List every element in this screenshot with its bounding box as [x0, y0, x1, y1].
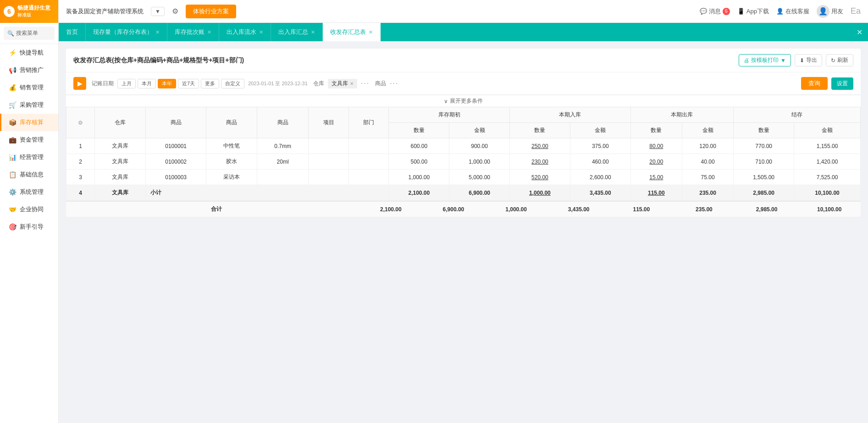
warehouse-filter-group: 仓库 文具库 ✕ ··· — [313, 79, 370, 88]
topbar: 装备及固定资产辅助管理系统 ▼ ⚙ 体验行业方案 💬 消息 6 📱 App下载 … — [59, 0, 868, 23]
cell-init-qty: 500.00 — [389, 154, 449, 170]
sidebar-item-sales[interactable]: 💰 销售管理 — [0, 79, 58, 96]
tab-batch[interactable]: 库存批次账 ✕ — [167, 23, 219, 41]
cell-bal-amt: 1,155.00 — [794, 138, 861, 154]
th-code: 商品 — [146, 107, 206, 138]
warehouse-tag-close[interactable]: ✕ — [350, 81, 354, 86]
date-btn-more[interactable]: 更多 — [201, 79, 219, 88]
system-icon: ⚙️ — [9, 188, 16, 196]
sidebar-item-inventory-label: 库存核算 — [20, 118, 44, 126]
data-table-wrapper: ⚙ 仓库 商品 商品 商品 项目 部门 库存期初 本期入库 本期出库 结存 — [66, 107, 861, 201]
cell-project — [309, 138, 349, 154]
cell-in-amt: 460.00 — [570, 154, 630, 170]
tabs-close-all[interactable]: ✕ — [851, 23, 868, 41]
sidebar-item-enterprise[interactable]: 🤝 企业协同 — [0, 201, 58, 218]
cell-bal-qty: 710.00 — [734, 154, 794, 170]
tab-inventory-dist[interactable]: 现存量（库存分布表） ✕ — [86, 23, 167, 41]
date-btn-last-month[interactable]: 上月 — [117, 79, 136, 88]
sidebar-item-guide[interactable]: 🎯 新手引导 — [0, 218, 58, 236]
message-badge: 6 — [723, 8, 730, 15]
tab-flow[interactable]: 出入库流水 ✕ — [219, 23, 271, 41]
tab-summary[interactable]: 出入库汇总 ✕ — [271, 23, 323, 41]
warehouse-more[interactable]: ··· — [361, 79, 370, 88]
sidebar-item-basic[interactable]: 📋 基础信息 — [0, 166, 58, 183]
tab-recv-summary[interactable]: 收发存汇总表 ✕ — [323, 23, 381, 41]
sidebar-item-inventory[interactable]: 📦 库存核算 — [0, 114, 58, 131]
print-template-button[interactable]: 🖨 按模板打印 ▼ — [739, 54, 791, 66]
sidebar-item-finance[interactable]: 💼 资金管理 — [0, 131, 58, 148]
sidebar-item-marketing[interactable]: 📢 营销推广 — [0, 61, 58, 79]
avatar: 👤 — [817, 5, 829, 18]
cell-in-qty[interactable]: 520.00 — [510, 170, 570, 185]
filter-toggle-button[interactable]: ▶ — [73, 77, 86, 90]
sidebar-item-purchase-label: 采购管理 — [20, 101, 44, 109]
message-button[interactable]: 💬 消息 6 — [700, 7, 730, 16]
sidebar-item-sales-label: 销售管理 — [20, 83, 44, 92]
th-in-stock: 本期入库 — [510, 107, 631, 123]
filter-bar: ▶ 记账日期 上月 本月 本年 近7天 更多 自定义 2023-01-01 至 … — [66, 72, 861, 95]
date-label: 记账日期 — [92, 80, 114, 88]
page-content: 收发存汇总表(按仓库+商品编码+商品+规格型号+项目+部门) 🖨 按模板打印 ▼… — [59, 41, 868, 423]
sidebar-item-system[interactable]: ⚙️ 系统管理 — [0, 183, 58, 201]
th-out-amt: 金额 — [682, 123, 733, 138]
operation-icon: 📊 — [9, 154, 16, 161]
cell-code: 0100002 — [146, 154, 206, 170]
date-filter-group: 记账日期 上月 本月 本年 近7天 更多 自定义 2023-01-01 至 20… — [92, 79, 308, 88]
cell-out-qty[interactable]: 80.00 — [630, 138, 682, 154]
cell-warehouse: 文具库 — [95, 170, 146, 185]
tab-close-flow[interactable]: ✕ — [259, 29, 263, 35]
tab-close-inventory-dist[interactable]: ✕ — [155, 29, 160, 35]
tab-close-recv-summary[interactable]: ✕ — [369, 29, 373, 35]
th-settings[interactable]: ⚙ — [66, 107, 95, 138]
th-out-stock: 本期出库 — [630, 107, 734, 123]
date-btn-7days[interactable]: 近7天 — [178, 79, 199, 88]
cell-in-qty[interactable]: 250.00 — [510, 138, 570, 154]
expand-conditions-row[interactable]: ∨ 展开更多条件 — [66, 95, 861, 107]
logo-icon: 6 — [4, 6, 15, 17]
cell-out-qty[interactable]: 15.00 — [630, 170, 682, 185]
footer-init-amt: 6,900.00 — [422, 206, 485, 213]
sidebar-item-system-label: 系统管理 — [20, 188, 44, 196]
cell-project — [309, 170, 349, 185]
sidebar-item-marketing-label: 营销推广 — [20, 66, 44, 74]
search-menu-button[interactable]: 🔍 搜索菜单 — [4, 27, 55, 40]
subtotal-label: 小计 — [146, 185, 389, 201]
date-btn-custom[interactable]: 自定义 — [221, 79, 244, 88]
column-settings-icon[interactable]: ⚙ — [78, 120, 83, 126]
tab-close-batch[interactable]: ✕ — [207, 29, 211, 35]
query-button[interactable]: 查询 — [801, 77, 828, 90]
table-row: 1 文具库 0100001 中性笔 0.7mm 600.00 900.00 25… — [66, 138, 861, 154]
sidebar-item-quick[interactable]: ⚡ 快捷导航 — [0, 44, 58, 61]
sidebar-item-operation[interactable]: 📊 经营管理 — [0, 148, 58, 166]
enterprise-icon: 🤝 — [9, 206, 16, 213]
logo-text: 畅捷通好生意 — [17, 5, 50, 12]
refresh-button[interactable]: ↻ 刷新 — [826, 54, 853, 66]
cell-in-qty[interactable]: 230.00 — [510, 154, 570, 170]
sidebar-item-guide-label: 新手引导 — [20, 223, 44, 231]
sidebar-item-purchase[interactable]: 🛒 采购管理 — [0, 96, 58, 114]
goods-more[interactable]: ··· — [390, 79, 398, 88]
trial-button[interactable]: 体验行业方案 — [186, 5, 236, 18]
cell-project — [309, 154, 349, 170]
service-icon: 👤 — [776, 8, 784, 15]
th-in-amt: 金额 — [570, 123, 630, 138]
refresh-icon: ↻ — [831, 57, 835, 64]
settings-gear-icon[interactable]: ⚙ — [172, 7, 178, 16]
finance-icon: 💼 — [9, 136, 16, 143]
cell-out-qty[interactable]: 20.00 — [630, 154, 682, 170]
cell-in-amt: 2,600.00 — [570, 170, 630, 185]
subtotal-out-qty[interactable]: 115.00 — [630, 185, 682, 201]
date-btn-this-year[interactable]: 本年 — [158, 79, 176, 88]
export-button[interactable]: ⬇ 导出 — [795, 54, 822, 66]
date-btn-this-month[interactable]: 本月 — [138, 79, 156, 88]
online-service-button[interactable]: 👤 在线客服 — [776, 7, 809, 16]
tab-close-summary[interactable]: ✕ — [311, 29, 315, 35]
user-menu[interactable]: 👤 用友 — [817, 5, 843, 18]
app-download-button[interactable]: 📱 App下载 — [737, 7, 769, 16]
filter-settings-button[interactable]: 设置 — [831, 77, 853, 90]
subtotal-no: 4 — [66, 185, 95, 201]
footer-label: 合计 — [66, 205, 359, 213]
system-dropdown[interactable]: ▼ — [151, 7, 165, 16]
tab-home[interactable]: 首页 — [59, 23, 86, 41]
subtotal-in-qty[interactable]: 1,000.00 — [510, 185, 570, 201]
